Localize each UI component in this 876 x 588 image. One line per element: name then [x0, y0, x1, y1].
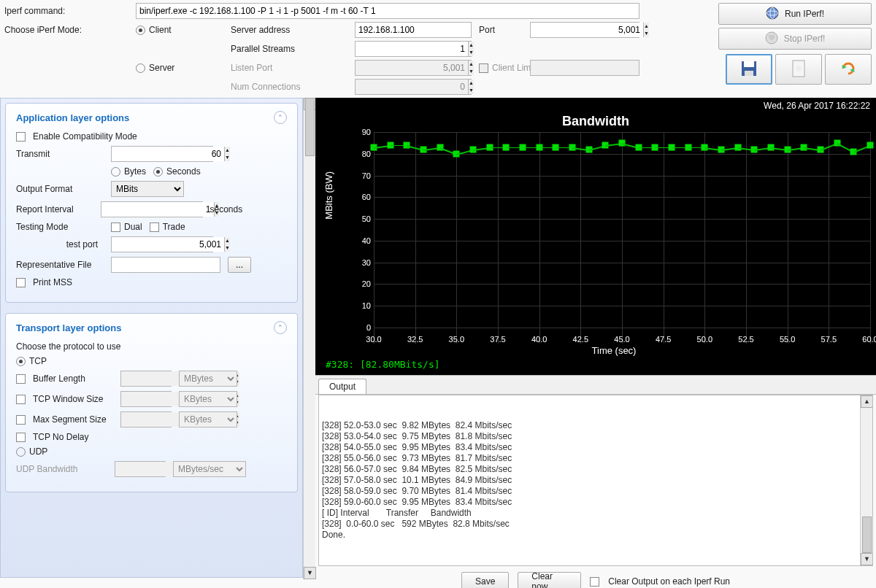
repfile-browse-button[interactable]: ...	[228, 257, 251, 273]
globe-icon	[766, 7, 779, 22]
client-radio-label: Client	[149, 25, 172, 35]
transmit-spinner[interactable]: ▲▼	[111, 146, 213, 162]
client-limit-input	[530, 60, 639, 76]
listen-port-spinner: ▲▼	[355, 60, 472, 76]
repfile-input[interactable]	[111, 257, 220, 273]
chart-timestamp: Wed, 26 Apr 2017 16:22:22	[321, 101, 870, 111]
stop-iperf-label: Stop IPerf!	[784, 34, 826, 44]
maxseg-label: Max Segment Size	[33, 414, 113, 425]
iperf-command-input[interactable]	[136, 3, 639, 19]
run-iperf-label: Run IPerf!	[785, 9, 824, 19]
client-limit-check	[479, 63, 488, 73]
num-conn-label: Num Connections	[231, 82, 347, 92]
parallel-label: Parallel Streams	[231, 44, 347, 54]
choose-proto-label: Choose the protocol to use	[16, 341, 120, 352]
transport-layer-title: Transport layer options	[16, 322, 121, 333]
client-radio[interactable]: Client	[136, 25, 223, 35]
repfile-label: Representative File	[16, 260, 104, 270]
buflen-unit: MBytes	[179, 371, 237, 387]
left-scrollbar[interactable]: ▲ ▼	[303, 98, 315, 579]
left-options-panel: Application layer options ⌃ Enable Compa…	[0, 98, 303, 578]
listen-port-label: Listen Port	[231, 63, 347, 73]
buflen-label: Buffer Length	[33, 374, 113, 384]
dual-check[interactable]: Dual	[111, 222, 142, 232]
testmode-label: Testing Mode	[16, 222, 104, 232]
app-layer-collapse[interactable]: ⌃	[274, 111, 287, 124]
clear-output-button[interactable]: Clear now	[518, 572, 581, 588]
seconds-radio[interactable]: Seconds	[153, 166, 201, 177]
chart-xlabel: Time (sec)	[321, 345, 870, 356]
maxseg-spinner: ▲▼	[120, 411, 172, 428]
compat-check[interactable]	[16, 132, 26, 142]
refresh-button[interactable]	[825, 54, 872, 85]
chart-ylabel: MBits (BW)	[323, 171, 334, 220]
output-textarea[interactable]: [328] 52.0-53.0 sec 9.82 MBytes 82.4 Mbi…	[318, 395, 873, 566]
mode-label: Choose iPerf Mode:	[4, 25, 128, 35]
repint-label: Report Interval	[16, 204, 93, 214]
outfmt-select[interactable]: MBits	[111, 181, 184, 197]
nodelay-check[interactable]	[16, 433, 26, 442]
output-tab[interactable]: Output	[318, 379, 366, 394]
tcp-radio[interactable]: TCP	[16, 356, 47, 366]
testport-label: test port	[16, 239, 104, 249]
maxseg-unit: KBytes	[179, 411, 237, 428]
app-layer-title: Application layer options	[16, 112, 129, 123]
winsize-check[interactable]	[16, 395, 26, 404]
udpbw-unit: MBytes/sec	[173, 461, 246, 477]
nodelay-label: TCP No Delay	[33, 432, 120, 442]
winsize-spinner: ▲▼	[120, 391, 172, 407]
server-radio[interactable]: Server	[136, 63, 223, 73]
printmss-label: Print MSS	[33, 277, 120, 287]
transmit-label: Transmit	[16, 149, 104, 159]
compat-label: Enable Compatibility Mode	[33, 131, 120, 142]
winsize-unit: KBytes	[179, 391, 237, 407]
svg-rect-6	[745, 71, 753, 76]
svg-rect-5	[744, 61, 754, 67]
run-iperf-button[interactable]: Run IPerf!	[718, 3, 872, 25]
num-conn-spinner: ▲▼	[355, 79, 472, 95]
page-icon	[791, 59, 806, 80]
testport-spinner[interactable]: ▲▼	[111, 236, 213, 252]
floppy-icon	[739, 59, 758, 80]
repint-spinner[interactable]: ▲▼	[101, 201, 203, 217]
stop-iperf-button: Stop IPerf!	[718, 28, 872, 50]
report-button[interactable]	[775, 54, 822, 85]
chart-title: Bandwidth	[321, 114, 870, 129]
server-address-label: Server address	[231, 25, 347, 35]
svg-point-0	[766, 7, 778, 19]
server-radio-label: Server	[149, 63, 174, 73]
save-output-button[interactable]: Save	[461, 572, 509, 588]
stop-icon	[765, 31, 778, 47]
chart-status: #328: [82.80MBits/s]	[321, 356, 870, 373]
bandwidth-chart: Wed, 26 Apr 2017 16:22:22 Bandwidth MBit…	[315, 98, 876, 375]
client-limit-label: Client Limit	[492, 63, 535, 73]
clear-each-check[interactable]	[590, 577, 599, 587]
chevron-up-icon: ⌃	[277, 114, 283, 121]
parallel-spinner[interactable]: ▲▼	[355, 41, 472, 57]
chevron-up-icon: ⌃	[277, 324, 283, 331]
udpbw-spinner: ▲▼	[115, 461, 166, 477]
port-label: Port	[479, 25, 523, 35]
output-scrollbar[interactable]: ▲ ▼	[860, 395, 872, 565]
port-spinner[interactable]: ▲▼	[530, 22, 639, 38]
trade-check[interactable]: Trade	[150, 222, 185, 232]
udpbw-label: UDP Bandwidth	[16, 464, 107, 474]
maxseg-check[interactable]	[16, 415, 26, 425]
buflen-check[interactable]	[16, 374, 26, 384]
iperf-command-label: Iperf command:	[4, 6, 128, 16]
save-graph-button[interactable]	[726, 54, 772, 85]
outfmt-label: Output Format	[16, 184, 104, 194]
clear-each-label: Clear Output on each Iperf Run	[608, 576, 730, 587]
refresh-icon	[839, 59, 858, 80]
printmss-check[interactable]	[16, 278, 26, 287]
svg-point-8	[796, 66, 802, 71]
buflen-spinner: ▲▼	[120, 371, 172, 387]
repint-unit: seconds	[210, 204, 288, 214]
winsize-label: TCP Window Size	[33, 394, 113, 404]
server-address-input[interactable]	[355, 22, 472, 38]
transport-layer-collapse[interactable]: ⌃	[274, 321, 287, 334]
bytes-radio[interactable]: Bytes	[111, 166, 146, 177]
udp-radio[interactable]: UDP	[16, 446, 47, 457]
